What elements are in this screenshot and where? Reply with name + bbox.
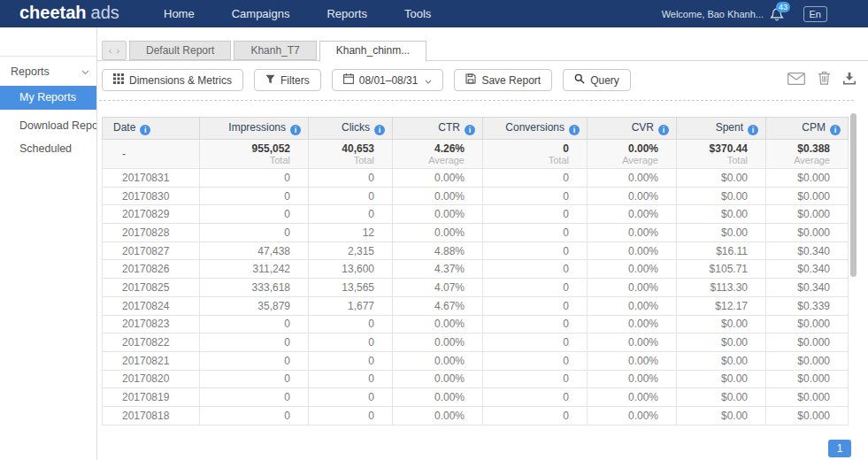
spent-cell: $12.17 (677, 296, 766, 315)
trash-icon[interactable] (818, 72, 830, 85)
cvr-cell: 0.00% (588, 370, 677, 388)
date-cell: 20170822 (103, 334, 200, 352)
info-icon[interactable] (290, 125, 301, 135)
column-header-ctr[interactable]: CTR (393, 118, 483, 140)
date-cell: 20170818 (103, 406, 200, 425)
cpm-cell: $0.339 (766, 296, 849, 315)
spent-cell: $0.00 (677, 169, 766, 188)
mail-icon[interactable] (787, 73, 805, 85)
total-row: - 955,052Total 40,653Total 4.26%Average … (103, 140, 849, 169)
spent-cell: $0.00 (677, 205, 766, 224)
table-row: 20170820 0 0 0.00% 0 0.00% $0.00 $0.000 (103, 370, 849, 388)
total-cell: $0.388Average (766, 140, 849, 169)
conversions-cell: 0 (483, 224, 588, 242)
date-cell: 20170820 (103, 370, 200, 388)
dimensions-metrics-button[interactable]: Dimensions & Metrics (102, 69, 243, 91)
tab-khanh-t7[interactable]: Khanh_T7 (234, 41, 316, 60)
brand-logo[interactable]: cheetahads (19, 3, 119, 23)
column-header-clicks[interactable]: Clicks (309, 118, 393, 140)
total-cell: 40,653Total (309, 140, 393, 169)
sidebar: Reports My Reports Download Report Sched… (0, 27, 97, 460)
cvr-cell: 0.00% (588, 315, 677, 334)
ctr-cell: 4.37% (393, 260, 483, 279)
impressions-cell: 0 (200, 351, 309, 370)
date-cell: 20170821 (103, 351, 200, 370)
search-icon (574, 73, 585, 87)
spent-cell: $0.00 (677, 388, 766, 407)
tab-scroll-right-icon[interactable] (117, 45, 120, 56)
info-icon[interactable] (748, 125, 758, 135)
date-range-button[interactable]: 08/01–08/31 (332, 69, 444, 91)
sidebar-item-scheduled[interactable]: Scheduled (0, 137, 96, 161)
sidebar-section-reports[interactable]: Reports (11, 65, 89, 78)
column-header-impressions[interactable]: Impressions (200, 118, 309, 140)
cvr-cell: 0.00% (588, 169, 677, 188)
tab-default-report[interactable]: Default Report (129, 41, 231, 60)
impressions-cell: 47,438 (200, 242, 309, 260)
table-row: 20170825 333,618 13,565 4.07% 0 0.00% $1… (103, 279, 849, 297)
main-nav: Home Campaigns Reports Tools (164, 0, 431, 27)
table-row: 20170824 35,879 1,677 4.67% 0 0.00% $12.… (103, 296, 849, 315)
info-icon[interactable] (465, 125, 475, 135)
cpm-cell: $0.000 (766, 315, 849, 334)
spent-cell: $113.30 (677, 279, 766, 297)
column-header-cpm[interactable]: CPM (766, 118, 849, 140)
conversions-cell: 0 (483, 279, 588, 297)
cpm-cell: $0.340 (766, 260, 849, 279)
tab-khanh-chinm[interactable]: Khanh_chinm... (319, 41, 426, 62)
query-label: Query (590, 74, 619, 87)
info-icon[interactable] (830, 125, 841, 135)
spent-cell: $0.00 (677, 334, 766, 352)
info-icon[interactable] (658, 125, 669, 135)
tab-scroll-left-icon[interactable] (109, 45, 112, 56)
info-icon[interactable] (569, 125, 580, 135)
date-range-label: 08/01–08/31 (359, 74, 419, 87)
ctr-cell: 4.67% (393, 296, 483, 315)
clicks-cell: 0 (309, 169, 393, 188)
nav-item-campaigns[interactable]: Campaigns (232, 7, 290, 20)
table-header-row: Date Impressions Clicks CTR Conversions … (103, 118, 849, 140)
download-icon[interactable] (843, 73, 856, 85)
filters-label: Filters (280, 74, 310, 87)
cpm-cell: $0.000 (766, 406, 849, 425)
date-cell: 20170827 (103, 242, 200, 260)
table-row: 20170829 0 0 0.00% 0 0.00% $0.00 $0.000 (103, 205, 849, 224)
info-icon[interactable] (140, 125, 150, 135)
cvr-cell: 0.00% (588, 296, 677, 315)
nav-item-tools[interactable]: Tools (404, 7, 431, 20)
column-header-spent[interactable]: Spent (677, 118, 766, 140)
ctr-cell: 0.00% (393, 406, 483, 425)
funnel-icon (265, 74, 275, 87)
clicks-cell: 1,677 (309, 296, 393, 315)
sidebar-item-my-reports[interactable]: My Reports (0, 86, 96, 110)
filters-button[interactable]: Filters (254, 69, 321, 91)
table-scrollbar-thumb[interactable] (850, 113, 856, 277)
cpm-cell: $0.340 (766, 279, 849, 297)
ctr-cell: 4.07% (393, 279, 483, 297)
report-actions (787, 72, 856, 85)
tab-scroll-arrows[interactable] (102, 41, 127, 60)
info-icon[interactable] (374, 125, 385, 135)
date-cell: 20170831 (103, 169, 200, 188)
column-header-date[interactable]: Date (103, 118, 200, 140)
pagination-page-1[interactable]: 1 (828, 440, 851, 457)
spent-cell: $0.00 (677, 406, 766, 425)
table-row: 20170830 0 0 0.00% 0 0.00% $0.00 $0.000 (103, 187, 849, 205)
nav-item-reports[interactable]: Reports (326, 7, 367, 20)
cvr-cell: 0.00% (588, 334, 677, 352)
sidebar-item-download-report[interactable]: Download Report (0, 114, 96, 138)
table-row: 20170818 0 0 0.00% 0 0.00% $0.00 $0.000 (103, 406, 849, 425)
total-cell: 0Total (483, 140, 588, 169)
save-report-button[interactable]: Save Report (454, 69, 552, 91)
cpm-cell: $0.000 (766, 187, 849, 205)
language-selector[interactable]: En (803, 6, 827, 22)
nav-item-home[interactable]: Home (164, 7, 195, 20)
cvr-cell: 0.00% (588, 205, 677, 224)
column-header-cvr[interactable]: CVR (588, 118, 677, 140)
column-header-conversions[interactable]: Conversions (483, 118, 588, 140)
chevron-down-icon (81, 65, 89, 78)
date-cell: 20170826 (103, 260, 200, 279)
query-button[interactable]: Query (563, 69, 631, 91)
spent-cell: $105.71 (677, 260, 766, 279)
cpm-cell: $0.340 (766, 242, 849, 260)
